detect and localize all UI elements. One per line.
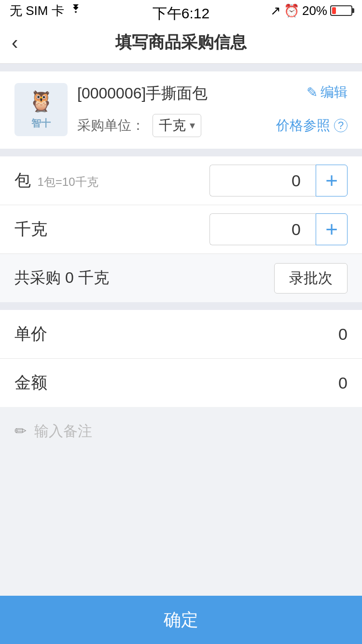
back-button[interactable]: ‹	[12, 31, 18, 53]
price-ref-label: 价格参照	[276, 116, 330, 135]
kg-row: 千克 +	[0, 205, 362, 253]
form-section: 包 1包=10千克 + 千克 + 共采购 0 千克 录批次 单价 0	[0, 156, 362, 407]
product-card: 🦉 智十 [0000006]手撕面包 采购单位： 千克 ▾ 价格参照 ? ✎ 编…	[0, 71, 362, 149]
mid-divider	[0, 149, 362, 156]
kg-label: 千克	[14, 218, 53, 240]
kg-input[interactable]	[209, 213, 316, 245]
amount-label: 金额	[14, 372, 47, 394]
unit-select[interactable]: 千克 ▾	[153, 114, 201, 137]
battery-icon	[330, 5, 352, 16]
bag-row: 包 1包=10千克 +	[0, 156, 362, 205]
bag-plus-button[interactable]: +	[316, 165, 348, 196]
product-logo-text: 智十	[31, 117, 51, 130]
product-owl-icon: 🦉	[28, 89, 54, 113]
status-left: 无 SIM 卡	[10, 2, 84, 19]
note-area[interactable]: ✏ 输入备注	[0, 407, 362, 513]
status-bar: 无 SIM 卡 下午6:12 ↗ ⏰ 20%	[0, 0, 362, 21]
unit-label: 采购单位：	[77, 116, 145, 135]
edit-icon: ✎	[306, 84, 318, 100]
amount-row: 金额 0	[0, 359, 362, 407]
unit-price-value: 0	[338, 325, 348, 344]
unit-value: 千克	[159, 116, 186, 135]
back-icon: ‹	[12, 31, 18, 53]
top-divider	[0, 64, 362, 71]
bag-sub-text: 1包=10千克	[37, 175, 98, 188]
unit-price-label: 单价	[14, 323, 47, 345]
chevron-down-icon: ▾	[190, 119, 195, 132]
plus-icon-2: +	[325, 219, 338, 240]
batch-button[interactable]: 录批次	[274, 263, 348, 294]
sim-status: 无 SIM 卡	[10, 2, 64, 19]
kg-input-wrap: +	[63, 213, 348, 245]
nav-bar: ‹ 填写商品采购信息	[0, 21, 362, 64]
help-icon: ?	[334, 119, 348, 132]
page-title: 填写商品采购信息	[115, 31, 247, 54]
bag-label: 包 1包=10千克	[14, 169, 98, 192]
bag-label-text: 包	[14, 171, 31, 189]
location-icon: ↗	[270, 3, 281, 18]
confirm-button[interactable]: 确定	[0, 596, 362, 644]
bag-input[interactable]	[209, 165, 316, 196]
unit-price-row: 单价 0	[0, 310, 362, 358]
price-ref-button[interactable]: 价格参照 ?	[276, 116, 348, 135]
alarm-icon: ⏰	[284, 3, 299, 18]
kg-plus-button[interactable]: +	[316, 213, 348, 245]
section-divider	[0, 302, 362, 310]
plus-icon: +	[325, 170, 338, 191]
status-right: ↗ ⏰ 20%	[270, 3, 352, 18]
amount-value: 0	[338, 374, 348, 392]
clock: 下午6:12	[153, 4, 209, 24]
pencil-icon: ✏	[14, 422, 27, 439]
edit-label: 编辑	[320, 83, 348, 101]
summary-row: 共采购 0 千克 录批次	[0, 254, 362, 302]
wifi-icon	[68, 3, 84, 18]
product-image: 🦉 智十	[14, 83, 68, 136]
summary-text: 共采购 0 千克	[14, 267, 109, 289]
note-placeholder: 输入备注	[34, 421, 92, 441]
edit-button[interactable]: ✎ 编辑	[306, 83, 348, 101]
bag-input-wrap: +	[108, 165, 348, 196]
battery-percent: 20%	[302, 3, 327, 18]
